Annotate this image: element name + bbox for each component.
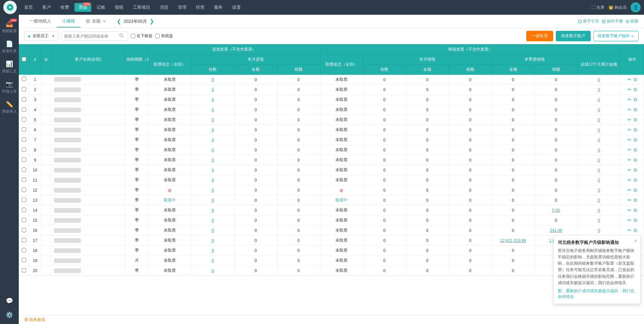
sidebar-item-票据汇总[interactable]: 📊票据汇总	[1, 58, 18, 76]
nav-item-报税[interactable]: 报税	[111, 3, 127, 12]
sidebar-item-发票开具[interactable]: 📄发票开具	[1, 38, 18, 56]
nav-item-经营[interactable]: 经营	[192, 3, 209, 12]
edit-icon[interactable]: ✏	[628, 117, 632, 123]
tax-policy-bar[interactable]: ⑧ 税务政策	[19, 315, 644, 324]
row-checkbox[interactable]	[19, 115, 29, 125]
th-settings-icon[interactable]: ⚙	[41, 45, 51, 75]
taxdisk-checkbox[interactable]	[155, 34, 160, 38]
edit-icon[interactable]: ✏	[628, 228, 632, 233]
tab-all[interactable]: 全能	[80, 15, 111, 27]
nav-item-首页[interactable]: 首页	[20, 3, 37, 12]
edit-icon[interactable]: ✏	[628, 217, 632, 223]
edit-icon[interactable]: ✏	[628, 87, 632, 92]
row-checkbox[interactable]	[19, 195, 29, 205]
row-checkbox[interactable]	[19, 165, 29, 175]
tab-small-scale[interactable]: 小规模	[57, 15, 80, 27]
nav-item-客户[interactable]: 客户	[38, 3, 55, 12]
edit-icon[interactable]: ✏	[628, 207, 632, 213]
copy-icon[interactable]: ⧉	[634, 117, 637, 123]
th-select-all[interactable]	[19, 45, 29, 75]
row-checkbox[interactable]	[19, 215, 29, 225]
nav-item-服务[interactable]: 服务	[210, 3, 227, 12]
row-checkbox[interactable]	[19, 155, 29, 165]
one-click-fetch-button[interactable]: 一键取票	[526, 31, 553, 41]
row-checkbox[interactable]	[19, 175, 29, 185]
period-prev-button[interactable]: ❮	[117, 18, 121, 24]
nav-item-设置[interactable]: 设置	[228, 3, 245, 12]
row-checkbox[interactable]	[19, 85, 29, 95]
edit-icon[interactable]: ✏	[628, 127, 632, 133]
tax-digital-account-button[interactable]: 税务数字账户	[556, 31, 591, 41]
user-avatar[interactable]: 👤	[631, 2, 641, 12]
row-checkbox[interactable]	[19, 135, 29, 145]
copy-icon[interactable]: ⧉	[634, 187, 637, 193]
refresh-button[interactable]: 刷新	[626, 18, 639, 24]
copy-icon[interactable]: ⧉	[634, 197, 637, 203]
tab-general-taxpayer[interactable]: 一般纳税人	[24, 15, 57, 27]
copy-icon[interactable]: ⧉	[634, 177, 637, 183]
edit-icon[interactable]: ✏	[628, 187, 632, 193]
employee-filter[interactable]: 全部员工 ▼	[24, 31, 58, 41]
row-checkbox[interactable]	[19, 246, 29, 256]
edit-icon[interactable]: ✏	[628, 197, 632, 203]
edit-icon[interactable]: ✏	[628, 77, 632, 82]
copy-icon[interactable]: ⧉	[634, 157, 637, 163]
th-fetch-status-in[interactable]: 取票状态（全部）	[149, 55, 192, 75]
customer-search-input[interactable]	[64, 34, 118, 39]
copy-icon[interactable]: ⧉	[634, 217, 637, 223]
taxdisk-filter[interactable]: 有税盘	[155, 33, 173, 39]
nav-item-收费[interactable]: 收费	[56, 3, 73, 12]
sidebar-item-智能取票[interactable]: 📥智能取票new	[1, 17, 18, 36]
th-customer-name[interactable]: 客户名称(全部)	[51, 45, 125, 75]
fullscreen-button[interactable]: ⛶ 全屏	[591, 5, 604, 10]
copy-icon[interactable]: ⧉	[634, 77, 637, 82]
nav-item-工商项目[interactable]: 工商项目	[129, 3, 154, 12]
sidebar-bottom-settings[interactable]: ⚙️	[1, 309, 18, 321]
popup-close-button[interactable]: ×	[634, 238, 637, 244]
subledger-checkbox[interactable]	[131, 34, 135, 38]
row-checkbox[interactable]	[19, 256, 29, 266]
nav-item-记账[interactable]: 记账	[93, 3, 109, 12]
popup-more-link[interactable]: 图，重新执行成功或失败提示返回：我们也会持续合	[558, 288, 636, 300]
customer-search-box[interactable]	[61, 31, 128, 41]
sidebar-bottom-chat[interactable]: 💬	[1, 295, 18, 307]
copy-icon[interactable]: ⧉	[634, 87, 637, 92]
row-checkbox[interactable]	[19, 205, 29, 215]
sidebar-item-扫描上传[interactable]: 📷扫描上传	[1, 78, 18, 96]
row-checkbox[interactable]	[19, 105, 29, 115]
row-checkbox[interactable]	[19, 225, 29, 236]
row-checkbox[interactable]	[19, 236, 29, 246]
sidebar-item-票据录入[interactable]: ✏️票据录入	[1, 98, 18, 117]
search-button[interactable]	[119, 33, 124, 39]
edit-icon[interactable]: ✏	[628, 137, 632, 143]
copy-icon[interactable]: ⧉	[634, 107, 637, 113]
period-next-button[interactable]: ❯	[150, 18, 154, 24]
subledger-filter[interactable]: 名下账套	[131, 33, 153, 39]
copy-icon[interactable]: ⧉	[634, 147, 637, 153]
app-logo[interactable]	[3, 1, 17, 14]
edit-icon[interactable]: ✏	[628, 167, 632, 173]
copy-icon[interactable]: ⧉	[634, 97, 637, 103]
nav-item-票据[interactable]: 票据new	[74, 3, 91, 12]
edit-icon[interactable]: ✏	[628, 107, 632, 113]
tax-digital-operation-button[interactable]: 税务数字账户操作	[593, 31, 639, 41]
nav-item-消息[interactable]: 消息	[156, 3, 172, 12]
row-checkbox[interactable]	[19, 266, 29, 276]
copy-icon[interactable]: ⧉	[634, 228, 637, 233]
copy-icon[interactable]: ⧉	[634, 127, 637, 133]
row-checkbox[interactable]	[19, 125, 29, 135]
edit-icon[interactable]: ✏	[628, 147, 632, 153]
edit-icon[interactable]: ✏	[628, 97, 632, 103]
copy-icon[interactable]: ⧉	[634, 137, 637, 143]
row-checkbox[interactable]	[19, 95, 29, 105]
edit-icon[interactable]: ✏	[628, 177, 632, 183]
row-checkbox[interactable]	[19, 75, 29, 85]
nav-item-管理[interactable]: 管理	[174, 3, 191, 12]
th-tax-period[interactable]: 纳税期限（全部）	[125, 45, 149, 75]
member-button[interactable]: 👑 购会员	[608, 5, 627, 10]
row-checkbox[interactable]	[19, 145, 29, 155]
row-checkbox[interactable]	[19, 185, 29, 195]
copy-icon[interactable]: ⧉	[634, 167, 637, 173]
guide-button[interactable]: ? 新手引导	[578, 18, 599, 24]
th-fetch-status-out[interactable]: 取票状态（全部）	[320, 55, 363, 75]
